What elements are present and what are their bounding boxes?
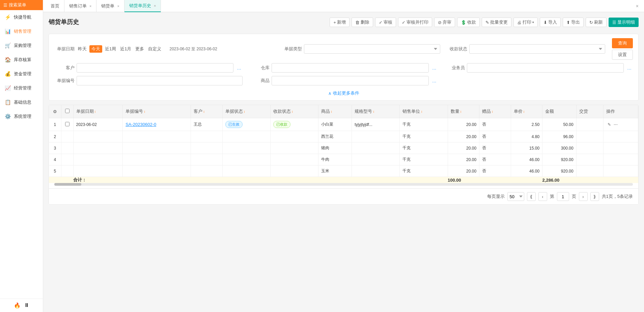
customer-dots-btn[interactable]: … bbox=[235, 66, 243, 71]
th-qty[interactable]: 数量 ↕ bbox=[448, 105, 479, 118]
cell-checkbox[interactable] bbox=[61, 142, 73, 154]
pause-icon[interactable]: ⏸ bbox=[24, 302, 29, 309]
tab-sales-goods-close[interactable]: × bbox=[117, 4, 119, 8]
shortcut-more[interactable]: 更多 bbox=[134, 45, 145, 53]
shortcut-last7[interactable]: 近1周 bbox=[104, 45, 117, 53]
cell-doc-no[interactable] bbox=[123, 131, 191, 142]
cell-operations[interactable] bbox=[603, 131, 638, 142]
cell-checkbox[interactable] bbox=[61, 165, 73, 177]
add-button[interactable]: + 新增 bbox=[330, 18, 349, 27]
doc-no-link[interactable]: SA-20230602-0 bbox=[125, 122, 156, 127]
th-unit-price[interactable]: 单价 ↕ bbox=[511, 105, 542, 118]
sidebar-item-purchase-mgmt[interactable]: 🛒 采购管理 bbox=[0, 38, 43, 53]
shortcut-today[interactable]: 今天 bbox=[89, 45, 102, 53]
cell-goods: 小白菜 bbox=[318, 118, 352, 131]
page-number-input[interactable] bbox=[557, 192, 569, 201]
th-checkbox[interactable] bbox=[61, 105, 73, 118]
sidebar-item-sys-mgmt[interactable]: ⚙️ 系统管理 bbox=[0, 109, 43, 124]
sidebar-item-finance[interactable]: 💰 资金管理 bbox=[0, 67, 43, 81]
cell-doc-no[interactable]: SA-20230602-0 bbox=[123, 118, 191, 131]
cell-operations[interactable] bbox=[603, 142, 638, 154]
edit-op-btn[interactable]: ✎ bbox=[606, 122, 612, 128]
sidebar-item-operations[interactable]: 📈 经营管理 bbox=[0, 81, 43, 95]
filter-doc-type-select[interactable] bbox=[304, 44, 440, 54]
prev-page-btn[interactable]: ‹ bbox=[538, 192, 547, 201]
fire-icon[interactable]: 🔥 bbox=[14, 302, 21, 309]
next-page-btn[interactable]: › bbox=[579, 192, 588, 201]
tab-sales-history[interactable]: 销货单历史 × bbox=[124, 0, 161, 12]
filter-business-input[interactable] bbox=[467, 63, 624, 73]
tabs-close-all[interactable]: × bbox=[633, 2, 641, 10]
export-button[interactable]: ⬆ 导出 bbox=[563, 18, 584, 27]
refresh-button[interactable]: ↻ 刷新 bbox=[586, 18, 607, 27]
th-doc-status[interactable]: 单据状态 ↕ bbox=[222, 105, 270, 118]
cell-checkbox[interactable] bbox=[61, 118, 73, 131]
goods-dots-btn[interactable]: … bbox=[431, 78, 438, 83]
sidebar-item-quick-nav[interactable]: ⚡ 快捷导航 bbox=[0, 10, 43, 24]
print-button[interactable]: 🖨 打印 ▾ bbox=[513, 18, 538, 27]
th-gift[interactable]: 赠品 ↕ bbox=[479, 105, 511, 118]
cell-goods: 牛肉 bbox=[318, 154, 352, 165]
display-detail-button[interactable]: ☰ 显示明细 bbox=[609, 18, 639, 27]
filter-doc-no-input[interactable] bbox=[77, 76, 243, 85]
sidebar-item-sales-mgmt[interactable]: 📊 销售管理 bbox=[0, 24, 43, 38]
cell-collect-status: 已收款 bbox=[270, 118, 318, 131]
th-collect-status[interactable]: 收款状态 ↕ bbox=[270, 105, 318, 118]
tab-sales-goods[interactable]: 销货单 × bbox=[96, 0, 124, 12]
row-checkbox[interactable] bbox=[65, 122, 69, 126]
cell-doc-no[interactable] bbox=[123, 165, 191, 177]
cell-checkbox[interactable] bbox=[61, 154, 73, 165]
th-doc-no[interactable]: 单据编号 ↕ bbox=[123, 105, 191, 118]
th-goods[interactable]: 商品 ↕ bbox=[318, 105, 352, 118]
tab-sales-history-close[interactable]: × bbox=[154, 4, 156, 8]
import-button[interactable]: ⬇ 导入 bbox=[540, 18, 561, 27]
abandon-button[interactable]: ⊘ 弃审 bbox=[434, 18, 455, 27]
th-settings[interactable]: ⚙ bbox=[49, 105, 61, 118]
scrollbar-thumb[interactable] bbox=[54, 183, 81, 186]
cell-operations[interactable] bbox=[603, 165, 638, 177]
batch-change-button[interactable]: ✎ 批量变更 bbox=[482, 18, 511, 27]
table-header-row: ⚙ 单据日期 ↕ 单据编号 bbox=[49, 105, 638, 118]
audit-print-button[interactable]: ✓ 审核并打印 bbox=[398, 18, 432, 27]
business-dots-btn[interactable]: … bbox=[626, 66, 633, 71]
cell-doc-no[interactable] bbox=[123, 142, 191, 154]
th-spec[interactable]: 规格型号 ↕ bbox=[352, 105, 400, 118]
settings-icon[interactable]: ⚙ bbox=[53, 109, 57, 114]
warehouse-dots-btn[interactable]: … bbox=[431, 66, 438, 71]
shortcut-yesterday[interactable]: 昨天 bbox=[77, 45, 88, 53]
filter-collect-status-select[interactable] bbox=[469, 44, 605, 54]
th-unit[interactable]: 销售单位 ↕ bbox=[400, 105, 448, 118]
more-op-btn[interactable]: ⋯ bbox=[612, 122, 619, 128]
delete-button[interactable]: 🗑 删除 bbox=[352, 18, 373, 27]
tab-home[interactable]: 首页 bbox=[46, 0, 64, 12]
last-page-btn[interactable]: ⟫ bbox=[590, 192, 599, 201]
filter-goods-input[interactable] bbox=[272, 76, 428, 85]
th-amount[interactable]: 金额 bbox=[542, 105, 576, 118]
horizontal-scrollbar[interactable] bbox=[54, 183, 633, 186]
sidebar-item-base-info[interactable]: 📋 基础信息 bbox=[0, 95, 43, 109]
th-doc-date[interactable]: 单据日期 ↕ bbox=[73, 105, 123, 118]
cell-checkbox[interactable] bbox=[61, 131, 73, 142]
select-all-checkbox[interactable] bbox=[65, 109, 69, 113]
filter-customer-input[interactable] bbox=[77, 63, 233, 73]
audit-button[interactable]: ✓ 审核 bbox=[375, 18, 396, 27]
shortcut-last1m[interactable]: 近1月 bbox=[119, 45, 133, 53]
filter-doc-no-item: 单据编号 bbox=[54, 76, 243, 85]
sidebar-search[interactable]: ☰ 搜索菜单 bbox=[0, 0, 43, 10]
cell-operations[interactable] bbox=[603, 154, 638, 165]
shortcut-custom[interactable]: 自定义 bbox=[147, 45, 163, 53]
sidebar-item-inventory[interactable]: 🏠 库存核算 bbox=[0, 53, 43, 67]
setting-button[interactable]: 设置 bbox=[612, 50, 633, 60]
th-trade[interactable]: 交货 bbox=[576, 105, 603, 118]
collapse-btn[interactable]: ∧ 收起更多条件 bbox=[54, 89, 633, 96]
first-page-btn[interactable]: ⟪ bbox=[527, 192, 536, 201]
query-button[interactable]: 查询 bbox=[612, 38, 633, 48]
per-page-select[interactable]: 50 10 20 100 bbox=[507, 192, 524, 201]
th-customer[interactable]: 客户 ↕ bbox=[191, 105, 223, 118]
filter-warehouse-input[interactable] bbox=[272, 63, 428, 73]
tab-sales-order[interactable]: 销售订单 × bbox=[64, 0, 96, 12]
cell-doc-no[interactable] bbox=[123, 154, 191, 165]
tab-sales-order-close[interactable]: × bbox=[89, 4, 91, 8]
collect-button[interactable]: 💲 收款 bbox=[457, 18, 480, 27]
cell-operations[interactable]: ✎⋯ bbox=[603, 118, 638, 131]
